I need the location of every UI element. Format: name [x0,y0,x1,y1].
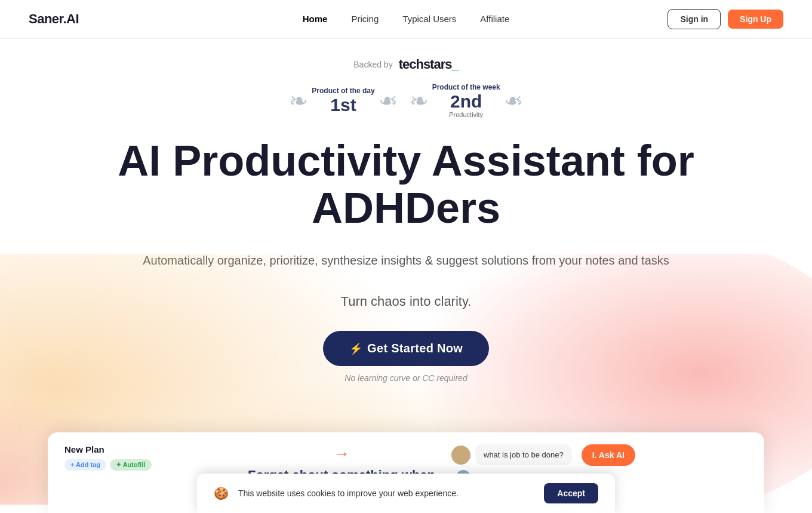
signin-button[interactable]: Sign in [668,9,721,29]
ask-ai-button[interactable]: I. Ask AI [582,444,635,466]
cookie-accept-button[interactable]: Accept [544,483,598,503]
nav-item-home[interactable]: Home [303,14,328,24]
laurel-right-2: ❧ [504,90,523,112]
award1-title: Product of the day [312,87,374,95]
nav-actions: Sign in Sign Up [668,9,783,29]
cookie-icon: 🍪 [214,486,229,500]
navbar: Saner.AI Home Pricing Typical Users Affi… [0,0,812,39]
cta-section: ⚡ Get Started Now No learning curve or C… [323,331,489,383]
cta-note: No learning curve or CC required [345,373,467,383]
cookie-banner: 🍪 This website uses cookies to improve y… [197,474,615,513]
chat-bubble: what is job to be done? [475,444,572,465]
tag-autofill[interactable]: ✦ Autofill [110,459,152,471]
nav-logo[interactable]: Saner.AI [29,11,79,27]
hero-subtitle: Automatically organize, prioritize, synt… [143,251,669,270]
award2-sub: Productivity [432,111,500,118]
main-headline: AI Productivity Assistant for ADHDers [63,137,749,232]
nav-item-typical-users[interactable]: Typical Users [402,14,456,24]
card-tags: + Add tag ✦ Autofill [64,459,232,471]
signup-button[interactable]: Sign Up [728,10,783,29]
cta-label: Get Started Now [367,342,463,355]
cta-button[interactable]: ⚡ Get Started Now [323,331,489,366]
award2-title: Product of the week [432,83,500,91]
laurel-left-2: ❧ [410,90,429,112]
hero-section: Backed by techstars_ ❧ Product of the da… [0,39,812,513]
techstars-logo: techstars_ [399,57,459,72]
award1-rank: 1st [312,95,374,115]
cookie-message: This website uses cookies to improve you… [238,489,534,498]
backed-by: Backed by techstars_ [353,57,458,72]
tag-add[interactable]: + Add tag [64,459,106,471]
award-2: ❧ Product of the week 2nd Productivity ❧ [410,83,523,118]
award2-rank: 2nd [432,91,500,111]
laurel-right-1: ❧ [379,90,398,112]
card-left: New Plan + Add tag ✦ Autofill [64,444,232,471]
backed-by-label: Backed by [353,60,392,69]
award-1: ❧ Product of the day 1st ❧ [289,87,397,115]
plan-title: New Plan [64,444,232,454]
awards-row: ❧ Product of the day 1st ❧ ❧ Product of … [289,83,522,118]
lightning-icon: ⚡ [349,342,362,355]
nav-item-affiliate[interactable]: Affiliate [480,14,509,24]
laurel-left-1: ❧ [289,90,308,112]
hero-tagline: Turn chaos into clarity. [341,294,472,309]
nav-links: Home Pricing Typical Users Affiliate [303,14,510,24]
nav-item-pricing[interactable]: Pricing [351,14,379,24]
